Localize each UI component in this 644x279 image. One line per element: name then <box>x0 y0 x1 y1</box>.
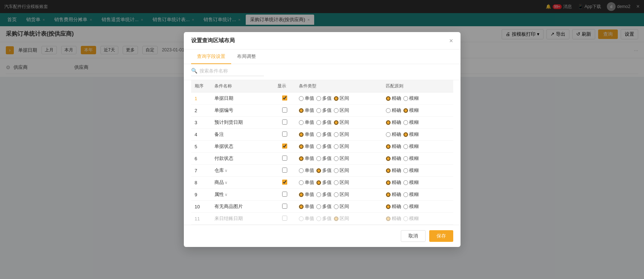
radio-type-单值[interactable]: 单值 <box>299 155 314 162</box>
radio-type-多值[interactable]: 多值 <box>316 215 332 222</box>
cell-display[interactable] <box>274 117 296 129</box>
match-radio-group: 精确 模糊 <box>386 131 450 138</box>
th-type: 条件类型 <box>295 80 382 93</box>
radio-type-区间[interactable]: 区间 <box>334 155 349 162</box>
radio-type-多值[interactable]: 多值 <box>316 143 332 150</box>
radio-type-多值[interactable]: 多值 <box>316 203 332 210</box>
dropdown-arrow-icon: ∨ <box>225 192 228 197</box>
modal-tab-layout[interactable]: 布局调整 <box>231 50 262 64</box>
cell-display[interactable] <box>274 105 296 117</box>
radio-match-模糊[interactable]: 模糊 <box>403 203 419 210</box>
radio-type-单值[interactable]: 单值 <box>299 143 314 150</box>
display-checkbox[interactable] <box>282 168 287 173</box>
radio-match-精确[interactable]: 精确 <box>386 143 401 150</box>
radio-match-精确[interactable]: 精确 <box>386 119 401 126</box>
radio-type-区间[interactable]: 区间 <box>334 179 349 186</box>
radio-type-多值[interactable]: 多值 <box>316 95 332 102</box>
radio-type-单值[interactable]: 单值 <box>299 131 314 138</box>
display-checkbox[interactable] <box>282 156 287 161</box>
radio-type-区间[interactable]: 区间 <box>334 167 349 174</box>
radio-match-模糊[interactable]: 模糊 <box>403 131 419 138</box>
display-checkbox[interactable] <box>282 107 287 113</box>
radio-match-模糊[interactable]: 模糊 <box>403 119 419 126</box>
display-checkbox[interactable] <box>282 216 287 221</box>
radio-match-模糊[interactable]: 模糊 <box>403 95 419 102</box>
radio-type-单值[interactable]: 单值 <box>299 215 314 222</box>
modal-header: 设置查询区域布局 × <box>184 32 461 50</box>
cell-display[interactable] <box>274 213 296 225</box>
radio-match-模糊[interactable]: 模糊 <box>403 167 419 174</box>
radio-type-单值[interactable]: 单值 <box>299 191 314 198</box>
cell-name: 付款状态 <box>211 153 274 165</box>
radio-type-单值[interactable]: 单值 <box>299 107 314 114</box>
display-checkbox[interactable] <box>282 144 287 149</box>
radio-type-区间[interactable]: 区间 <box>334 119 349 126</box>
cell-display[interactable] <box>274 141 296 153</box>
display-checkbox[interactable] <box>282 180 287 185</box>
modal-search-area: 🔍 <box>184 64 461 80</box>
radio-match-模糊[interactable]: 模糊 <box>403 179 419 186</box>
radio-type-多值[interactable]: 多值 <box>316 131 332 138</box>
type-radio-group: 单值 多值 区间 <box>299 119 378 126</box>
radio-type-单值[interactable]: 单值 <box>299 179 314 186</box>
radio-type-多值[interactable]: 多值 <box>316 119 332 126</box>
cell-display[interactable] <box>274 129 296 141</box>
display-checkbox[interactable] <box>282 204 287 209</box>
cell-display[interactable] <box>274 189 296 201</box>
radio-match-精确[interactable]: 精确 <box>386 179 401 186</box>
radio-match-精确[interactable]: 精确 <box>386 95 401 102</box>
cell-display[interactable] <box>274 93 296 105</box>
radio-match-模糊[interactable]: 模糊 <box>403 191 419 198</box>
save-button[interactable]: 保存 <box>429 230 453 242</box>
match-radio-group: 精确 模糊 <box>386 143 450 150</box>
radio-type-多值[interactable]: 多值 <box>316 155 332 162</box>
radio-match-精确[interactable]: 精确 <box>386 107 401 114</box>
radio-type-区间[interactable]: 区间 <box>334 191 349 198</box>
radio-match-精确[interactable]: 精确 <box>386 131 401 138</box>
radio-type-区间[interactable]: 区间 <box>334 131 349 138</box>
radio-match-精确[interactable]: 精确 <box>386 203 401 210</box>
radio-match-精确[interactable]: 精确 <box>386 155 401 162</box>
cell-display[interactable] <box>274 201 296 213</box>
display-checkbox[interactable] <box>282 131 287 137</box>
cancel-button[interactable]: 取消 <box>401 230 426 242</box>
radio-type-单值[interactable]: 单值 <box>299 119 314 126</box>
display-checkbox[interactable] <box>282 95 287 101</box>
radio-type-区间[interactable]: 区间 <box>334 107 349 114</box>
cell-display[interactable] <box>274 165 296 177</box>
radio-type-区间[interactable]: 区间 <box>334 143 349 150</box>
display-checkbox[interactable] <box>282 192 287 197</box>
cell-name: 单据编号 <box>211 105 274 117</box>
radio-match-模糊[interactable]: 模糊 <box>403 143 419 150</box>
dropdown-arrow-icon: ∨ <box>225 180 228 185</box>
radio-type-多值[interactable]: 多值 <box>316 107 332 114</box>
radio-type-单值[interactable]: 单值 <box>299 95 314 102</box>
cell-match: 精确 模糊 <box>382 117 453 129</box>
radio-type-单值[interactable]: 单值 <box>299 203 314 210</box>
radio-type-区间[interactable]: 区间 <box>334 95 349 102</box>
radio-match-精确[interactable]: 精确 <box>386 191 401 198</box>
modal-title: 设置查询区域布局 <box>191 37 235 44</box>
cell-order: 11 <box>191 213 211 225</box>
radio-type-区间[interactable]: 区间 <box>334 215 349 222</box>
radio-match-模糊[interactable]: 模糊 <box>403 107 419 114</box>
cell-display[interactable] <box>274 177 296 189</box>
modal-close-button[interactable]: × <box>449 38 453 44</box>
radio-match-模糊[interactable]: 模糊 <box>403 155 419 162</box>
cell-type: 单值 多值 区间 <box>295 105 382 117</box>
radio-type-多值[interactable]: 多值 <box>316 191 332 198</box>
radio-type-单值[interactable]: 单值 <box>299 167 314 174</box>
radio-match-精确[interactable]: 精确 <box>386 167 401 174</box>
radio-type-多值[interactable]: 多值 <box>316 179 332 186</box>
cell-display[interactable] <box>274 153 296 165</box>
display-checkbox[interactable] <box>282 119 287 125</box>
modal-tab-query-fields[interactable]: 查询字段设置 <box>191 50 231 64</box>
cell-type: 单值 多值 区间 <box>295 117 382 129</box>
radio-match-精确[interactable]: 精确 <box>386 215 401 222</box>
search-input[interactable] <box>197 68 264 74</box>
radio-match-模糊[interactable]: 模糊 <box>403 215 419 222</box>
type-radio-group: 单值 多值 区间 <box>299 95 378 102</box>
table-row: 1 单据日期 单值 多值 区间 <box>191 93 453 105</box>
radio-type-区间[interactable]: 区间 <box>334 203 349 210</box>
radio-type-多值[interactable]: 多值 <box>316 167 332 174</box>
